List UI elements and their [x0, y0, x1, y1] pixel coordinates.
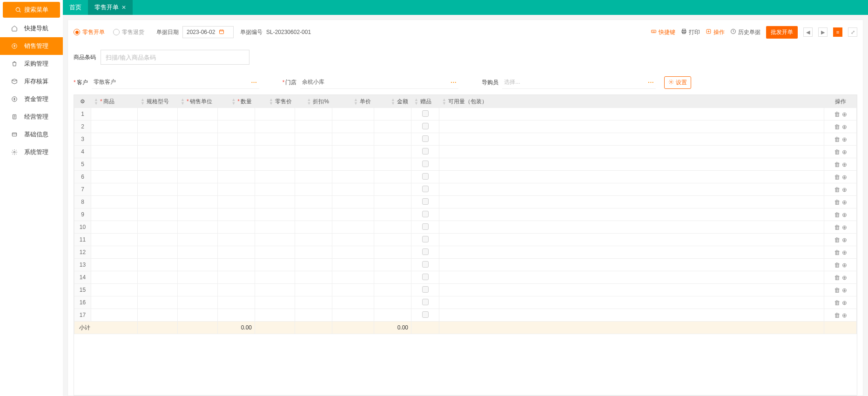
- cell-gift[interactable]: [411, 309, 439, 322]
- cell-retail-price[interactable]: [255, 121, 295, 133]
- cell-spec[interactable]: [138, 259, 178, 271]
- table-row[interactable]: 11🗑⊕: [74, 234, 857, 246]
- cell-qty[interactable]: [218, 108, 255, 121]
- history-button[interactable]: 历史单据: [730, 28, 760, 36]
- add-row-icon[interactable]: ⊕: [842, 236, 847, 243]
- cell-retail-price[interactable]: [255, 234, 295, 246]
- col-retail-price[interactable]: ▲▼零售价: [255, 95, 295, 108]
- tab-retail-order[interactable]: 零售开单 ✕: [88, 0, 133, 15]
- cell-available[interactable]: [439, 183, 824, 196]
- cell-discount[interactable]: [295, 171, 332, 183]
- cell-unit[interactable]: [178, 158, 218, 171]
- cell-unit[interactable]: [178, 146, 218, 158]
- menu-item-quicknav[interactable]: 快捷导航: [0, 20, 63, 37]
- view-mode-button[interactable]: ≡: [833, 27, 842, 37]
- cell-price[interactable]: [332, 133, 374, 146]
- cell-unit[interactable]: [178, 259, 218, 271]
- checkbox-icon[interactable]: [422, 173, 429, 180]
- cell-available[interactable]: [439, 108, 824, 121]
- cell-product[interactable]: [91, 196, 138, 208]
- col-gift[interactable]: ▲▼赠品: [411, 95, 439, 108]
- add-row-icon[interactable]: ⊕: [842, 186, 847, 193]
- checkbox-icon[interactable]: [422, 223, 429, 230]
- delete-icon[interactable]: 🗑: [834, 161, 840, 168]
- cell-amount[interactable]: [374, 296, 411, 309]
- cell-gift[interactable]: [411, 234, 439, 246]
- cell-gift[interactable]: [411, 221, 439, 234]
- cell-product[interactable]: [91, 133, 138, 146]
- cell-retail-price[interactable]: [255, 259, 295, 271]
- cell-spec[interactable]: [138, 158, 178, 171]
- cell-unit[interactable]: [178, 309, 218, 322]
- table-row[interactable]: 1🗑⊕: [74, 108, 857, 121]
- cell-unit[interactable]: [178, 171, 218, 183]
- checkbox-icon[interactable]: [422, 311, 429, 318]
- table-row[interactable]: 17🗑⊕: [74, 309, 857, 322]
- cell-amount[interactable]: [374, 271, 411, 284]
- cell-retail-price[interactable]: [255, 296, 295, 309]
- table-row[interactable]: 9🗑⊕: [74, 208, 857, 221]
- cell-available[interactable]: [439, 133, 824, 146]
- checkbox-icon[interactable]: [422, 148, 429, 154]
- cell-unit[interactable]: [178, 196, 218, 208]
- cell-available[interactable]: [439, 196, 824, 208]
- cell-qty[interactable]: [218, 259, 255, 271]
- cell-discount[interactable]: [295, 121, 332, 133]
- cell-discount[interactable]: [295, 309, 332, 322]
- expand-button[interactable]: ⤢: [848, 27, 857, 37]
- checkbox-icon[interactable]: [422, 123, 429, 129]
- cell-spec[interactable]: [138, 296, 178, 309]
- col-price[interactable]: ▲▼单价: [332, 95, 374, 108]
- cell-retail-price[interactable]: [255, 108, 295, 121]
- add-row-icon[interactable]: ⊕: [842, 224, 847, 231]
- cell-amount[interactable]: [374, 121, 411, 133]
- cell-retail-price[interactable]: [255, 246, 295, 259]
- checkbox-icon[interactable]: [422, 161, 429, 167]
- cell-discount[interactable]: [295, 259, 332, 271]
- cell-product[interactable]: [91, 221, 138, 234]
- cell-qty[interactable]: [218, 221, 255, 234]
- cell-gift[interactable]: [411, 171, 439, 183]
- add-row-icon[interactable]: ⊕: [842, 287, 847, 294]
- cell-price[interactable]: [332, 271, 374, 284]
- table-row[interactable]: 2🗑⊕: [74, 121, 857, 133]
- add-row-icon[interactable]: ⊕: [842, 123, 847, 130]
- table-row[interactable]: 7🗑⊕: [74, 183, 857, 196]
- cell-available[interactable]: [439, 284, 824, 296]
- cell-amount[interactable]: [374, 221, 411, 234]
- col-discount[interactable]: ▲▼折扣%: [295, 95, 332, 108]
- cell-product[interactable]: [91, 259, 138, 271]
- cell-gift[interactable]: [411, 246, 439, 259]
- cell-product[interactable]: [91, 296, 138, 309]
- cell-spec[interactable]: [138, 108, 178, 121]
- cell-gift[interactable]: [411, 271, 439, 284]
- add-row-icon[interactable]: ⊕: [842, 312, 847, 319]
- cell-qty[interactable]: [218, 196, 255, 208]
- col-spec[interactable]: ▲▼规格型号: [138, 95, 178, 108]
- menu-item-basic[interactable]: 基础信息: [0, 126, 63, 143]
- delete-icon[interactable]: 🗑: [834, 123, 840, 130]
- cell-available[interactable]: [439, 146, 824, 158]
- cell-product[interactable]: [91, 146, 138, 158]
- cell-amount[interactable]: [374, 133, 411, 146]
- cell-unit[interactable]: [178, 284, 218, 296]
- cell-discount[interactable]: [295, 146, 332, 158]
- guide-picker[interactable]: 选择... ···: [502, 76, 656, 89]
- cell-discount[interactable]: [295, 221, 332, 234]
- cell-retail-price[interactable]: [255, 196, 295, 208]
- cell-qty[interactable]: [218, 158, 255, 171]
- cell-unit[interactable]: [178, 221, 218, 234]
- checkbox-icon[interactable]: [422, 299, 429, 305]
- add-row-icon[interactable]: ⊕: [842, 274, 847, 281]
- checkbox-icon[interactable]: [422, 198, 429, 205]
- cell-qty[interactable]: [218, 121, 255, 133]
- cell-amount[interactable]: [374, 284, 411, 296]
- cell-product[interactable]: [91, 309, 138, 322]
- cell-spec[interactable]: [138, 121, 178, 133]
- add-row-icon[interactable]: ⊕: [842, 249, 847, 256]
- cell-retail-price[interactable]: [255, 309, 295, 322]
- cell-qty[interactable]: [218, 271, 255, 284]
- col-product[interactable]: ▲▼商品: [91, 95, 138, 108]
- table-row[interactable]: 5🗑⊕: [74, 158, 857, 171]
- cell-spec[interactable]: [138, 284, 178, 296]
